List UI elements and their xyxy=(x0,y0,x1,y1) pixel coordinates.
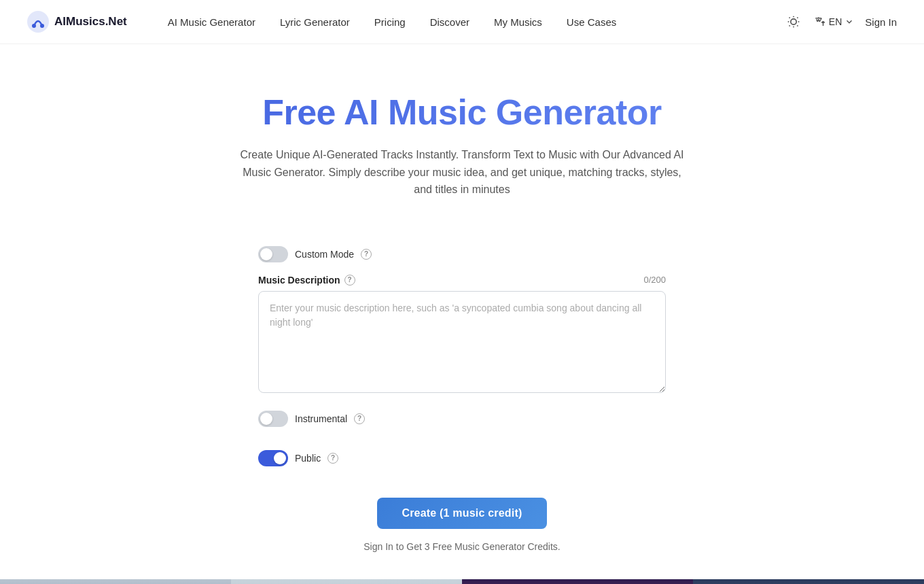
instrumental-row: Instrumental ? xyxy=(258,411,666,427)
navigation: AIMusics.Net AI Music Generator Lyric Ge… xyxy=(0,0,924,44)
nav-discover[interactable]: Discover xyxy=(430,16,469,28)
instrumental-toggle[interactable] xyxy=(258,411,288,427)
nav-use-cases[interactable]: Use Cases xyxy=(567,16,616,28)
svg-line-6 xyxy=(789,18,789,18)
language-selector[interactable]: EN xyxy=(814,16,854,28)
custom-mode-row: Custom Mode ? xyxy=(258,246,666,262)
instrumental-help-icon[interactable]: ? xyxy=(354,413,365,424)
music-description-textarea[interactable] xyxy=(258,291,666,393)
public-help-icon[interactable]: ? xyxy=(327,453,338,464)
sign-in-button[interactable]: Sign In xyxy=(865,16,897,28)
svg-point-1 xyxy=(32,24,36,28)
nav-lyric-generator[interactable]: Lyric Generator xyxy=(280,16,350,28)
custom-mode-label: Custom Mode xyxy=(295,249,354,260)
char-count: 0/200 xyxy=(643,275,666,285)
image-2-placeholder xyxy=(231,579,462,584)
image-card-1[interactable] xyxy=(0,579,231,584)
image-1-placeholder xyxy=(0,579,231,584)
field-header: Music Description ? 0/200 xyxy=(258,275,666,286)
create-button[interactable]: Create (1 music credit) xyxy=(377,498,546,529)
svg-line-11 xyxy=(797,18,798,18)
hero-section: Free AI Music Generator Create Unique AI… xyxy=(0,44,924,226)
create-button-wrapper: Create (1 music credit) xyxy=(258,498,666,529)
music-description-label: Music Description ? xyxy=(258,275,355,286)
nav-my-musics[interactable]: My Musics xyxy=(494,16,542,28)
site-logo[interactable]: AIMusics.Net xyxy=(27,11,127,33)
nav-pricing[interactable]: Pricing xyxy=(374,16,406,28)
svg-point-3 xyxy=(791,19,796,24)
public-toggle[interactable] xyxy=(258,450,288,466)
image-strip xyxy=(0,579,924,584)
svg-line-10 xyxy=(789,25,789,26)
music-description-help-icon[interactable]: ? xyxy=(344,275,355,286)
nav-ai-music-generator[interactable]: AI Music Generator xyxy=(168,16,255,28)
logo-icon xyxy=(27,11,49,33)
hero-title: Free AI Music Generator xyxy=(14,92,910,133)
image-card-2[interactable] xyxy=(231,579,462,584)
image-4-placeholder xyxy=(693,579,924,584)
music-description-field: Music Description ? 0/200 xyxy=(258,275,666,396)
sign-in-hint: Sign In to Get 3 Free Music Generator Cr… xyxy=(258,541,666,552)
image-card-4[interactable] xyxy=(693,579,924,584)
sun-icon xyxy=(787,15,800,29)
image-card-3[interactable] xyxy=(462,579,693,584)
translate-icon xyxy=(814,16,826,28)
nav-links: AI Music Generator Lyric Generator Prici… xyxy=(168,16,784,28)
public-label: Public xyxy=(295,453,321,464)
custom-mode-toggle[interactable] xyxy=(258,246,288,262)
image-3-placeholder xyxy=(462,579,693,584)
toggles-section: Instrumental ? Public ? xyxy=(258,411,666,479)
instrumental-label: Instrumental xyxy=(295,413,347,424)
theme-toggle-button[interactable] xyxy=(784,12,803,31)
svg-point-2 xyxy=(40,24,44,28)
generator-form: Custom Mode ? Music Description ? 0/200 … xyxy=(245,246,679,552)
hero-subtitle: Create Unique AI-Generated Tracks Instan… xyxy=(238,146,686,199)
public-row: Public ? xyxy=(258,450,666,466)
svg-line-7 xyxy=(797,25,798,26)
nav-right: EN Sign In xyxy=(784,12,897,31)
custom-mode-help-icon[interactable]: ? xyxy=(361,249,372,260)
chevron-down-icon xyxy=(845,17,854,27)
